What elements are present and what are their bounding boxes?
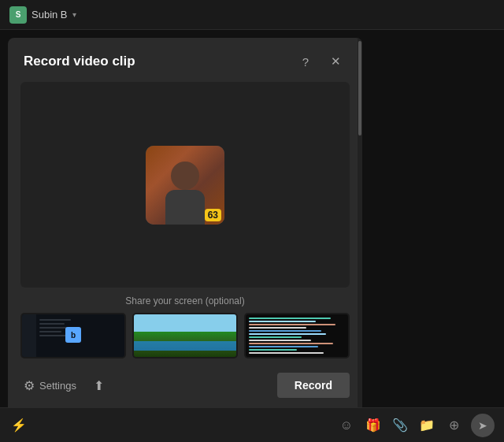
- modal-header-icons: ? ✕: [295, 50, 346, 72]
- camera-feed-inner: 63: [146, 146, 224, 225]
- camera-feed: 63: [146, 146, 224, 225]
- main-content: Record video clip ? ✕ 63: [0, 30, 504, 407]
- thumb2-content: [134, 314, 236, 357]
- upload-icon: ⬆: [94, 378, 104, 393]
- record-button[interactable]: Record: [277, 373, 350, 398]
- more-icon[interactable]: ⊕: [444, 416, 463, 435]
- code-line: [249, 324, 335, 325]
- scrollbar[interactable]: [358, 38, 362, 407]
- person-avatar: [161, 162, 209, 225]
- toolbar-right: ☺ 🎁 📎 📁 ⊕ ➤: [337, 414, 495, 437]
- avatar: S: [9, 6, 27, 24]
- screen-thumbnails: b: [20, 313, 350, 358]
- help-button[interactable]: ?: [295, 50, 317, 72]
- bottom-toolbar: ⚡ ☺ 🎁 📎 📁 ⊕ ➤: [0, 407, 504, 442]
- send-icon: ➤: [478, 419, 487, 432]
- person-head: [171, 162, 199, 190]
- user-menu[interactable]: S Subin B ▾: [9, 6, 76, 24]
- thumb3-content: [246, 314, 348, 357]
- modal-title: Record video clip: [24, 54, 135, 69]
- close-icon: ✕: [331, 54, 341, 69]
- code-line: [249, 321, 316, 322]
- screen-share-label: Share your screen (optional): [20, 295, 350, 306]
- emoji-icon[interactable]: ☺: [337, 416, 356, 435]
- username-label: Subin B: [32, 9, 68, 20]
- scrollbar-thumb: [358, 41, 361, 136]
- code-line: [39, 331, 61, 332]
- upload-button[interactable]: ⬆: [91, 375, 107, 396]
- app-icon: b: [65, 327, 81, 343]
- code-line: [249, 340, 311, 341]
- thumb1-sidebar: [22, 314, 36, 357]
- modal-footer: ⚙ Settings ⬆ Record: [8, 365, 362, 407]
- person-body: [165, 190, 205, 225]
- screen-thumb-2[interactable]: [132, 313, 238, 358]
- camera-preview-area: 63: [20, 82, 350, 288]
- screen-thumb-1[interactable]: b: [20, 313, 126, 358]
- code-line: [249, 333, 326, 335]
- water-element: [134, 341, 236, 351]
- screen-share-section: Share your screen (optional) b: [8, 288, 362, 365]
- topbar: S Subin B ▾: [0, 0, 504, 30]
- gift-icon[interactable]: 🎁: [364, 416, 383, 435]
- attachment-icon[interactable]: 📎: [391, 416, 410, 435]
- code-line: [249, 346, 318, 347]
- code-line: [249, 330, 321, 332]
- code-line: [249, 349, 297, 351]
- code-line: [249, 343, 333, 344]
- close-button[interactable]: ✕: [324, 50, 346, 72]
- settings-label: Settings: [39, 380, 76, 392]
- code-line: [249, 352, 324, 354]
- chevron-down-icon: ▾: [72, 10, 76, 19]
- code-line: [39, 323, 65, 325]
- send-button[interactable]: ➤: [471, 414, 495, 437]
- folder-icon[interactable]: 📁: [417, 416, 436, 435]
- camera-badge: 63: [205, 209, 221, 221]
- record-video-modal: Record video clip ? ✕ 63: [8, 38, 362, 407]
- code-line: [249, 336, 302, 338]
- modal-header: Record video clip ? ✕: [8, 38, 362, 82]
- settings-button[interactable]: ⚙ Settings: [20, 375, 80, 396]
- code-line: [249, 318, 331, 319]
- code-line: [249, 327, 306, 329]
- screen-thumb-3[interactable]: [244, 313, 350, 358]
- lightning-icon[interactable]: ⚡: [9, 416, 28, 435]
- footer-left: ⚙ Settings ⬆: [20, 375, 107, 396]
- settings-icon: ⚙: [24, 378, 35, 393]
- code-line: [39, 319, 71, 321]
- help-icon: ?: [302, 55, 309, 69]
- thumb1-content: b: [22, 314, 124, 357]
